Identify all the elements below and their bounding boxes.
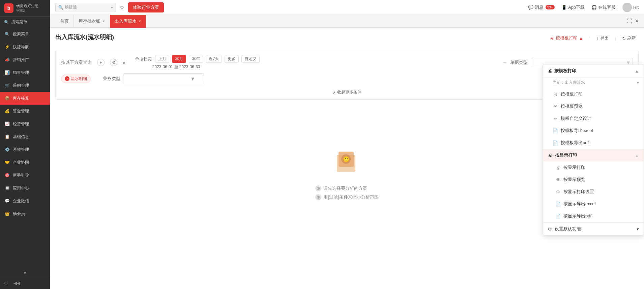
date-btn-上月[interactable]: 上月 (155, 55, 169, 63)
dropdown-current-label[interactable]: 当前：出入库流水 ▾ (543, 78, 644, 88)
dropdown-display-print-header[interactable]: 🖨 按显示打印 ▲ (543, 149, 644, 161)
sidebar-item-operation[interactable]: 📈 经营管理 (0, 117, 50, 130)
filter-add-btn[interactable]: + (97, 59, 105, 66)
dropdown-item2-按显示打印设置[interactable]: ⚙ 按显示打印设置 (543, 186, 644, 198)
tab-batch-account-close[interactable]: × (103, 19, 105, 24)
collapse-sidebar-icon[interactable]: ◀◀ (13, 281, 20, 286)
dropdown-item-按模板导出excel[interactable]: 📄 按模板导出excel (543, 125, 644, 137)
empty-icon: 😐 (330, 145, 364, 179)
main-area: 🔍 畅捷通 ▾ ⚙ 体验行业方案 💬 消息 99+ 📱 App下载 🎧 在线客服… (50, 0, 644, 289)
topbar-message[interactable]: 💬 消息 99+ (528, 4, 555, 10)
item-label: 按模板预览 (561, 103, 639, 109)
sidebar-bottom: ⚙ ◀◀ (0, 277, 50, 289)
sidebar-label-collab: 企业协同 (13, 160, 29, 165)
sidebar-label-system: 系统管理 (13, 147, 29, 153)
item2-icon: 📄 (555, 201, 561, 207)
topbar-app-download[interactable]: 📱 App下载 (561, 4, 585, 10)
tab-window-controls: ⛶ × (627, 18, 639, 25)
tab-flow-close[interactable]: × (139, 19, 141, 24)
close-window-icon[interactable]: × (635, 18, 639, 25)
topbar-search[interactable]: 🔍 畅捷通 ▾ (55, 3, 116, 12)
item2-label: 按显示导出excel (563, 201, 639, 207)
sidebar-label-quicknav: 快捷导航 (13, 44, 29, 50)
item-icon: 🖨 (553, 91, 558, 97)
tab-batch-account[interactable]: 库存批次账 × (74, 15, 110, 28)
topbar: 🔍 畅捷通 ▾ ⚙ 体验行业方案 💬 消息 99+ 📱 App下载 🎧 在线客服… (50, 0, 644, 15)
system-icon: ⚙️ (4, 147, 10, 153)
print-header-icon: 🖨 (548, 69, 552, 74)
sidebar-item-member[interactable]: 👑 畅会员 (0, 207, 50, 220)
sidebar-nav: 🔍 搜索菜单 ⚡ 快捷导航 📣 营销推广 📊 销售管理 🛒 采购管理 📦 库存核… (0, 28, 50, 269)
user-avatar (622, 3, 632, 12)
dropdown-item-按模板导出pdf[interactable]: 📄 按模板导出pdf (543, 137, 644, 149)
date-btn-本月[interactable]: 本月 (172, 55, 186, 63)
settings-icon[interactable]: ⚙ (4, 281, 8, 286)
date-btn-更多[interactable]: 更多 (225, 55, 239, 63)
item2-icon: 🖨 (555, 165, 561, 170)
sidebar-item-inventory[interactable]: 📦 库存核算 (0, 92, 50, 105)
business-type-select[interactable]: ▾ (123, 73, 204, 84)
tip-number-2: ② (315, 194, 321, 200)
item2-label: 按显示打印 (563, 164, 639, 170)
dropdown-item2-按显示打印[interactable]: 🖨 按显示打印 (543, 161, 644, 174)
finance-icon: 💰 (4, 108, 10, 114)
dropdown-item-按模板预览[interactable]: 👁 按模板预览 (543, 100, 644, 112)
display-print-arrow: ▲ (635, 153, 639, 158)
sidebar-label-operation: 经营管理 (13, 121, 29, 127)
item2-icon: ⚙ (555, 189, 561, 194)
dropdown-section1: 🖨 按模板打印 👁 按模板预览 ✏ 模板自定义设计 📄 按模板导出excel 📄… (543, 88, 644, 149)
filter-settings-btn[interactable]: ⚙ (110, 59, 117, 66)
item-label: 按模板打印 (561, 91, 639, 97)
sidebar-item-finance[interactable]: 💰 资金管理 (0, 105, 50, 117)
message-icon: 💬 (528, 5, 533, 10)
dropdown-item2-按显示导出excel[interactable]: 📄 按显示导出excel (543, 198, 644, 210)
tip-number-1: ① (315, 185, 321, 191)
sidebar-search-item[interactable]: 🔍 搜索菜单 (0, 17, 50, 28)
sidebar-item-basic[interactable]: 📋 基础信息 (0, 130, 50, 143)
dropdown-footer[interactable]: ⚙ 设置默认功能 ▾ (543, 222, 644, 235)
user-avatar-area[interactable]: Rit (622, 3, 639, 12)
print-template-btn[interactable]: 🖨 按模板打印 ▲ (547, 34, 586, 43)
sidebar-item-marketing[interactable]: 📣 营销推广 (0, 53, 50, 66)
refresh-btn[interactable]: ↻ 刷新 (619, 34, 639, 43)
date-btn-近7天[interactable]: 近7天 (206, 55, 222, 63)
tab-flow[interactable]: 出入库流水 × (110, 15, 146, 28)
footer-arrow: ▾ (637, 227, 639, 232)
sidebar-label-purchase: 采购管理 (13, 83, 29, 88)
dropdown-item-按模板打印[interactable]: 🖨 按模板打印 (543, 88, 644, 100)
trial-btn[interactable]: 体验行业方案 (128, 2, 164, 12)
sidebar-item-guide[interactable]: 🎯 新手引导 (0, 169, 50, 182)
sidebar-item-wxwork[interactable]: 💬 企业微信 (0, 194, 50, 207)
more-dots[interactable]: ··· (503, 60, 506, 65)
dropdown-item-模板自定义设计[interactable]: ✏ 模板自定义设计 (543, 112, 644, 125)
sidebar-label-inventory: 库存核算 (13, 96, 29, 101)
date-btn-自定义[interactable]: 自定义 (241, 55, 260, 63)
sidebar-label-marketing: 营销推广 (13, 57, 29, 63)
tab-home[interactable]: 首页 (55, 15, 74, 28)
date-btn-本年[interactable]: 本年 (189, 55, 203, 63)
guide-icon: 🎯 (4, 172, 10, 178)
sidebar-item-collab[interactable]: 🤝 企业协同 (0, 156, 50, 169)
sidebar-item-sales[interactable]: 📊 销售管理 (0, 66, 50, 79)
dropdown-up-icon[interactable]: ▲ (635, 69, 639, 74)
sidebar-item-search[interactable]: 🔍 搜索菜单 (0, 28, 50, 41)
sidebar-item-appcenter[interactable]: 🔲 应用中心 (0, 182, 50, 194)
dropdown-item2-按显示预览[interactable]: 👁 按显示预览 (543, 174, 644, 186)
empty-tip-1: ① 请先选择要分析的方案 (315, 185, 378, 191)
topbar-online-service[interactable]: 🎧 在线客服 (591, 4, 616, 10)
sidebar-item-purchase[interactable]: 🛒 采购管理 (0, 79, 50, 92)
collapse-more-btn[interactable]: ∧ 收起更多条件 (333, 89, 361, 95)
restore-icon[interactable]: ⛶ (627, 18, 632, 24)
sidebar-item-quicknav[interactable]: ⚡ 快捷导航 (0, 41, 50, 53)
dropdown-item2-按显示导出pdf[interactable]: 📄 按显示导出pdf (543, 210, 644, 222)
topbar-gear-icon[interactable]: ⚙ (120, 5, 124, 10)
sidebar-label-sales: 销售管理 (13, 70, 29, 76)
wxwork-icon: 💬 (4, 198, 10, 204)
filter-collapse-btn[interactable]: « (123, 60, 125, 65)
item-icon: 📄 (553, 128, 558, 133)
sidebar-item-system[interactable]: ⚙️ 系统管理 (0, 143, 50, 156)
scroll-down-icon[interactable]: ▼ (22, 269, 29, 277)
export-btn[interactable]: ↑ 导出 (594, 34, 612, 43)
filter-tag-icon: ✓ (65, 76, 69, 81)
filter-tag-liushui[interactable]: ✓ 流水明细 (61, 75, 91, 83)
